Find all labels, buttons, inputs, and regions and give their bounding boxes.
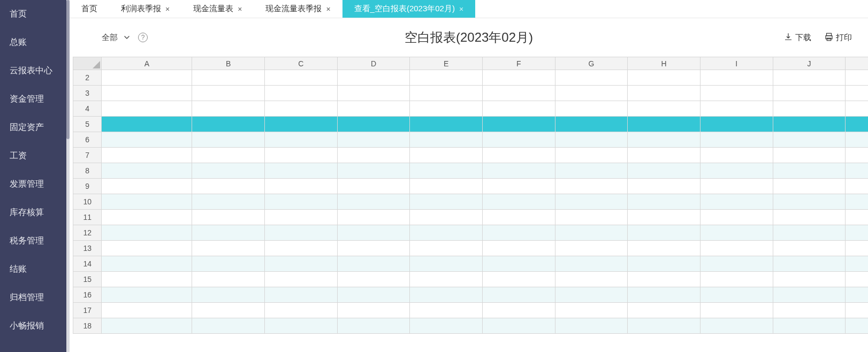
cell-J13[interactable] xyxy=(773,241,846,256)
row-header-10[interactable]: 10 xyxy=(73,194,102,210)
cell-H12[interactable] xyxy=(628,225,701,241)
cell-D14[interactable] xyxy=(337,256,410,272)
cell-A7[interactable] xyxy=(102,148,192,163)
cell-J7[interactable] xyxy=(773,148,846,163)
cell-H3[interactable] xyxy=(628,86,701,101)
cell-E4[interactable] xyxy=(410,101,483,117)
cell-I18[interactable] xyxy=(700,318,773,334)
tab-1[interactable]: 利润表季报× xyxy=(109,0,181,18)
cell-G10[interactable] xyxy=(555,194,628,210)
cell-A15[interactable] xyxy=(102,272,192,287)
cell-A17[interactable] xyxy=(102,303,192,318)
column-header-H[interactable]: H xyxy=(628,57,701,70)
cell-C12[interactable] xyxy=(265,225,338,241)
cell-E11[interactable] xyxy=(410,210,483,225)
row-header-7[interactable]: 7 xyxy=(73,148,102,163)
row-header-13[interactable]: 13 xyxy=(73,241,102,256)
cell-K4[interactable] xyxy=(846,101,868,117)
cell-G9[interactable] xyxy=(555,179,628,194)
cell-F2[interactable] xyxy=(483,70,555,86)
column-header-D[interactable]: D xyxy=(337,57,410,70)
sidebar-item-6[interactable]: 发票管理 xyxy=(0,170,67,198)
sidebar-item-8[interactable]: 税务管理 xyxy=(0,227,67,255)
cell-D4[interactable] xyxy=(337,101,410,117)
cell-A8[interactable] xyxy=(102,163,192,179)
cell-F18[interactable] xyxy=(483,318,555,334)
cell-A5[interactable] xyxy=(102,117,192,132)
cell-A14[interactable] xyxy=(102,256,192,272)
filter-label[interactable]: 全部 xyxy=(102,33,118,43)
cell-G8[interactable] xyxy=(555,163,628,179)
row-header-8[interactable]: 8 xyxy=(73,163,102,179)
cell-E15[interactable] xyxy=(410,272,483,287)
cell-I4[interactable] xyxy=(700,101,773,117)
cell-B10[interactable] xyxy=(192,194,265,210)
close-icon[interactable]: × xyxy=(165,5,170,13)
cell-B16[interactable] xyxy=(192,287,265,303)
cell-A13[interactable] xyxy=(102,241,192,256)
sidebar-item-4[interactable]: 固定资产 xyxy=(0,113,67,142)
cell-F14[interactable] xyxy=(483,256,555,272)
cell-F7[interactable] xyxy=(483,148,555,163)
sidebar-item-0[interactable]: 首页 xyxy=(0,0,67,28)
cell-I6[interactable] xyxy=(700,132,773,148)
row-header-9[interactable]: 9 xyxy=(73,179,102,194)
row-header-3[interactable]: 3 xyxy=(73,86,102,101)
cell-J12[interactable] xyxy=(773,225,846,241)
cell-B8[interactable] xyxy=(192,163,265,179)
row-header-4[interactable]: 4 xyxy=(73,101,102,117)
cell-E3[interactable] xyxy=(410,86,483,101)
cell-B5[interactable] xyxy=(192,117,265,132)
cell-D12[interactable] xyxy=(337,225,410,241)
cell-C13[interactable] xyxy=(265,241,338,256)
cell-I10[interactable] xyxy=(700,194,773,210)
cell-G11[interactable] xyxy=(555,210,628,225)
cell-C17[interactable] xyxy=(265,303,338,318)
sidebar-item-9[interactable]: 结账 xyxy=(0,255,67,284)
cell-C7[interactable] xyxy=(265,148,338,163)
cell-H16[interactable] xyxy=(628,287,701,303)
tab-0[interactable]: 首页 xyxy=(70,0,109,18)
cell-H7[interactable] xyxy=(628,148,701,163)
cell-I12[interactable] xyxy=(700,225,773,241)
cell-D5[interactable] xyxy=(337,117,410,132)
cell-B17[interactable] xyxy=(192,303,265,318)
cell-K2[interactable] xyxy=(846,70,868,86)
cell-F8[interactable] xyxy=(483,163,555,179)
cell-H18[interactable] xyxy=(628,318,701,334)
cell-D13[interactable] xyxy=(337,241,410,256)
cell-B18[interactable] xyxy=(192,318,265,334)
cell-K15[interactable] xyxy=(846,272,868,287)
cell-I13[interactable] xyxy=(700,241,773,256)
cell-E2[interactable] xyxy=(410,70,483,86)
cell-D18[interactable] xyxy=(337,318,410,334)
cell-E17[interactable] xyxy=(410,303,483,318)
cell-G14[interactable] xyxy=(555,256,628,272)
cell-F11[interactable] xyxy=(483,210,555,225)
cell-D10[interactable] xyxy=(337,194,410,210)
cell-J4[interactable] xyxy=(773,101,846,117)
cell-E10[interactable] xyxy=(410,194,483,210)
cell-H9[interactable] xyxy=(628,179,701,194)
cell-G18[interactable] xyxy=(555,318,628,334)
cell-C18[interactable] xyxy=(265,318,338,334)
cell-J14[interactable] xyxy=(773,256,846,272)
cell-C2[interactable] xyxy=(265,70,338,86)
row-header-17[interactable]: 17 xyxy=(73,303,102,318)
cell-J8[interactable] xyxy=(773,163,846,179)
cell-H2[interactable] xyxy=(628,70,701,86)
cell-K17[interactable] xyxy=(846,303,868,318)
sidebar-item-5[interactable]: 工资 xyxy=(0,142,67,170)
cell-C4[interactable] xyxy=(265,101,338,117)
cell-H8[interactable] xyxy=(628,163,701,179)
close-icon[interactable]: × xyxy=(459,5,463,13)
cell-B3[interactable] xyxy=(192,86,265,101)
cell-E13[interactable] xyxy=(410,241,483,256)
cell-A2[interactable] xyxy=(102,70,192,86)
cell-G12[interactable] xyxy=(555,225,628,241)
cell-K18[interactable] xyxy=(846,318,868,334)
cell-I9[interactable] xyxy=(700,179,773,194)
cell-K8[interactable] xyxy=(846,163,868,179)
column-header-E[interactable]: E xyxy=(410,57,483,70)
cell-H6[interactable] xyxy=(628,132,701,148)
